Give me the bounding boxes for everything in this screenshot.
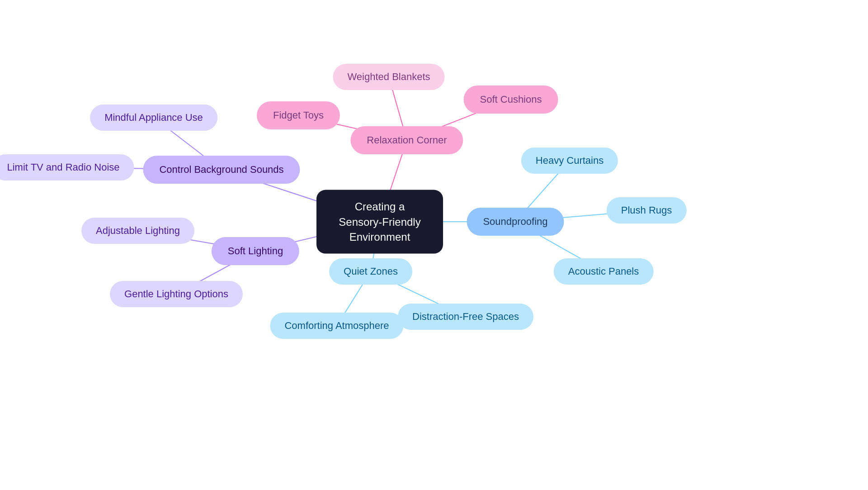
- center-node[interactable]: Creating a Sensory-Friendly Environment: [316, 190, 443, 254]
- acoustic-panels-node[interactable]: Acoustic Panels: [554, 258, 654, 285]
- distraction-free-node[interactable]: Distraction-Free Spaces: [398, 304, 533, 330]
- limit-tv-node[interactable]: Limit TV and Radio Noise: [0, 154, 134, 181]
- mindmap-container: Creating a Sensory-Friendly EnvironmentR…: [0, 0, 868, 490]
- mindful-appliance-node[interactable]: Mindful Appliance Use: [90, 105, 217, 131]
- soundproofing-node[interactable]: Soundproofing: [467, 208, 564, 236]
- adjustable-lighting-node[interactable]: Adjustable Lighting: [81, 218, 194, 244]
- plush-rugs-node[interactable]: Plush Rugs: [607, 197, 687, 224]
- heavy-curtains-node[interactable]: Heavy Curtains: [521, 147, 618, 174]
- control-background-node[interactable]: Control Background Sounds: [143, 156, 300, 184]
- relaxation-corner-node[interactable]: Relaxation Corner: [350, 126, 463, 154]
- quiet-zones-node[interactable]: Quiet Zones: [329, 258, 412, 285]
- fidget-toys-node[interactable]: Fidget Toys: [257, 101, 340, 129]
- soft-cushions-node[interactable]: Soft Cushions: [464, 86, 558, 114]
- soft-lighting-node[interactable]: Soft Lighting: [212, 237, 299, 265]
- gentle-lighting-node[interactable]: Gentle Lighting Options: [110, 281, 243, 307]
- comforting-atmosphere-node[interactable]: Comforting Atmosphere: [270, 313, 403, 339]
- weighted-blankets-node[interactable]: Weighted Blankets: [333, 64, 444, 90]
